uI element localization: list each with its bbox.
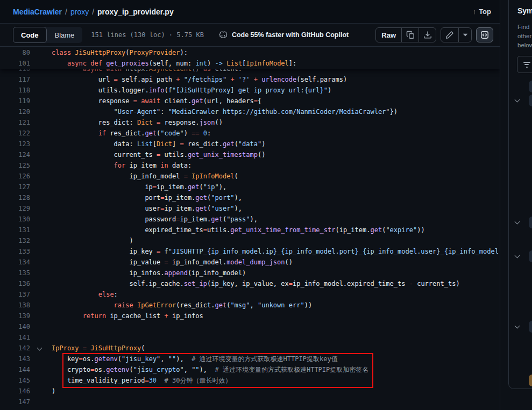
- line-number[interactable]: 124: [0, 149, 30, 160]
- code-lines: 116 async with httpx.AsyncClient() as cl…: [0, 47, 500, 407]
- code-text: ip_info_model = IpInfoModel(: [52, 171, 238, 182]
- code-text: class JiSuHttpProxy(ProxyProvider):: [52, 47, 188, 58]
- line-number[interactable]: 146: [0, 386, 30, 397]
- line-number[interactable]: 133: [0, 246, 30, 257]
- code-text: ): [52, 235, 133, 246]
- raw-copy-download-group: Raw: [375, 27, 436, 42]
- line-number[interactable]: 130: [0, 214, 30, 225]
- symbol-item-highlighted[interactable]: [529, 375, 532, 386]
- line-number[interactable]: 141: [0, 332, 30, 343]
- line-number[interactable]: 121: [0, 117, 30, 128]
- code-line: 140: [0, 321, 500, 332]
- breadcrumb-repo-link[interactable]: MediaCrawler: [13, 8, 62, 16]
- line-number[interactable]: 145: [0, 375, 30, 386]
- tab-blame[interactable]: Blame: [47, 27, 83, 43]
- raw-button[interactable]: Raw: [376, 28, 401, 42]
- code-text: return ip_cache_list + ip_infos: [52, 311, 203, 321]
- code-line: 142IpProxy = JiSuHttpProxy(: [0, 343, 500, 354]
- line-number[interactable]: 119: [0, 96, 30, 106]
- code-text: ): [52, 386, 55, 397]
- line-number[interactable]: 136: [0, 278, 30, 289]
- code-line: 118 utils.logger.info(f"[JiSuHttpProxy] …: [0, 85, 500, 96]
- copilot-banner[interactable]: Code 55% faster with GitHub Copilot: [219, 31, 349, 39]
- line-number[interactable]: 118: [0, 85, 30, 96]
- code-line: 126 ip_info_model = IpInfoModel(: [0, 171, 500, 182]
- download-icon: [423, 31, 432, 39]
- line-number[interactable]: 122: [0, 128, 30, 139]
- line-number[interactable]: 142: [0, 343, 30, 354]
- back-to-top-link[interactable]: ↑ Top: [473, 8, 491, 16]
- symbol-item[interactable]: [529, 250, 532, 262]
- code-line: 141: [0, 332, 500, 343]
- code-line: 138 raise IpGetError(res_dict.get("msg",…: [0, 300, 500, 311]
- code-line: 122 if res_dict.get("code") == 0:: [0, 128, 500, 139]
- line-number[interactable]: 127: [0, 182, 30, 192]
- line-number[interactable]: 147: [0, 397, 30, 407]
- symbol-item[interactable]: [529, 95, 532, 106]
- code-line: 129 user=ip_item.get("user"),: [0, 203, 500, 214]
- line-number[interactable]: 125: [0, 160, 30, 171]
- code-line: 125 for ip_item in data:: [0, 160, 500, 171]
- code-text: ip_value = ip_info_model.model_dump_json…: [52, 257, 293, 268]
- code-line: 121 res_dict: Dict = response.json(): [0, 117, 500, 128]
- back-to-top-label: Top: [479, 8, 491, 16]
- line-number[interactable]: 117: [0, 74, 30, 85]
- line-number[interactable]: 123: [0, 139, 30, 149]
- line-number[interactable]: 126: [0, 171, 30, 182]
- code-line: 131 expired_time_ts=utils.get_unix_time_…: [0, 225, 500, 235]
- breadcrumb-separator: /: [65, 8, 67, 16]
- code-text: key=os.getenv("jisu_key", ""), # 通过环境变量的…: [52, 354, 338, 364]
- code-text: expired_time_ts=utils.get_unix_time_from…: [52, 225, 425, 235]
- symbols-filter-button[interactable]: [517, 56, 532, 73]
- code-text: for ip_item in data:: [52, 160, 191, 171]
- line-number[interactable]: 132: [0, 235, 30, 246]
- symbol-item[interactable]: [529, 81, 532, 92]
- code-text: async def get_proxies(self, num: int) ->…: [52, 58, 296, 69]
- arrow-up-icon: ↑: [473, 8, 477, 16]
- code-line: 139 return ip_cache_list + ip_infos: [0, 311, 500, 321]
- line-number[interactable]: 134: [0, 257, 30, 268]
- code-text: crypto=os.getenv("jisu_crypto", ""), # 通…: [52, 364, 368, 375]
- download-button[interactable]: [418, 28, 436, 42]
- edit-dropdown-button[interactable]: [458, 28, 471, 42]
- code-line: 130 password=ip_item.get("pass"),: [0, 214, 500, 225]
- collapse-chevron-icon[interactable]: [37, 346, 42, 351]
- line-number[interactable]: 137: [0, 289, 30, 300]
- code-text: utils.logger.info(f"[JiSuHttpProxy] get …: [52, 85, 331, 96]
- line-number[interactable]: 143: [0, 354, 30, 364]
- code-line: 123 data: List[Dict] = res_dict.get("dat…: [0, 139, 500, 149]
- code-line: 119 response = await client.get(url, hea…: [0, 96, 500, 106]
- code-line: 145 time_validity_period=30 # 30分钟（最长时效）: [0, 375, 500, 386]
- file-toolbar: CodeBlame 151 lines (130 loc) · 5.75 KB …: [0, 24, 500, 47]
- code-text: time_validity_period=30 # 30分钟（最长时效）: [52, 375, 231, 386]
- edit-file-button[interactable]: [441, 28, 458, 42]
- line-number[interactable]: 128: [0, 192, 30, 203]
- symbol-item[interactable]: [529, 217, 532, 228]
- breadcrumb-folder-link[interactable]: proxy: [70, 8, 89, 16]
- copilot-banner-text: Code 55% faster with GitHub Copilot: [232, 31, 349, 39]
- code-blame-switch: CodeBlame: [13, 27, 82, 43]
- breadcrumb-filename: proxy_ip_provider.py: [97, 8, 174, 16]
- line-number[interactable]: 129: [0, 203, 30, 214]
- code-text: "User-Agent": "MediaCrawler https://gith…: [52, 106, 398, 117]
- line-number[interactable]: 131: [0, 225, 30, 235]
- line-number[interactable]: 138: [0, 300, 30, 311]
- code-line: 101 async def get_proxies(self, num: int…: [0, 58, 500, 69]
- line-number[interactable]: 120: [0, 106, 30, 117]
- line-number[interactable]: 135: [0, 268, 30, 278]
- symbols-panel-toggle-button[interactable]: [476, 27, 493, 42]
- code-line: 136 self.ip_cache.set_ip(ip_key, ip_valu…: [0, 278, 500, 289]
- code-line: 117 url = self.api_path + "/fetchips" + …: [0, 74, 500, 85]
- filter-icon: [523, 60, 530, 69]
- line-number[interactable]: 139: [0, 311, 30, 321]
- line-number[interactable]: 101: [0, 58, 30, 69]
- line-number[interactable]: 140: [0, 321, 30, 332]
- symbol-item[interactable]: [529, 321, 532, 333]
- tab-code[interactable]: Code: [13, 27, 47, 43]
- code-text: port=ip_item.get("port"),: [52, 192, 242, 203]
- line-number[interactable]: 80: [0, 47, 30, 58]
- line-number[interactable]: 144: [0, 364, 30, 375]
- code-line: 133 ip_key = f"JISUHTTP_{ip_info_model.i…: [0, 246, 500, 257]
- copy-raw-button[interactable]: [401, 28, 418, 42]
- code-line: 143 key=os.getenv("jisu_key", ""), # 通过环…: [0, 354, 500, 364]
